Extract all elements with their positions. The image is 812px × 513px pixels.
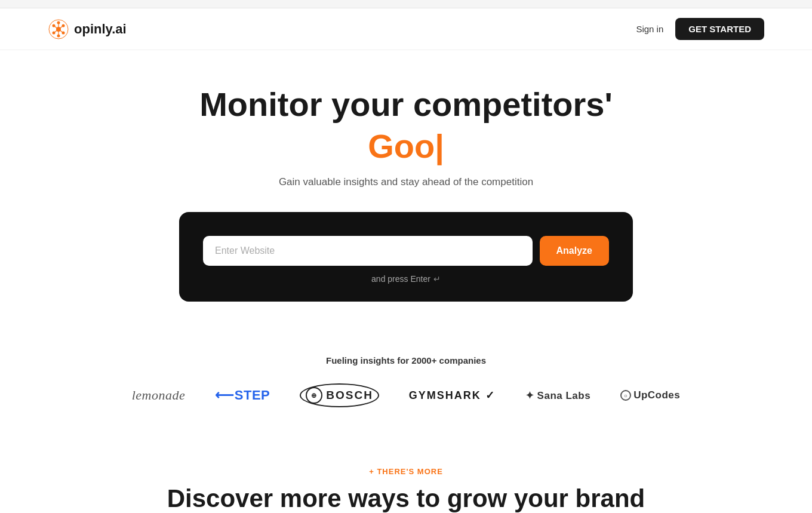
hero-subheadline: Gain valuable insights and stay ahead of…: [90, 176, 722, 188]
logo-text: opinly.ai: [74, 21, 127, 37]
hero-headline-line2: Goo|: [90, 128, 722, 165]
hero-headline-line1: Monitor your competitors': [90, 86, 722, 123]
enter-hint-text: and press Enter: [371, 274, 430, 284]
company-logo-sanalabs: ✦ Sana Labs: [525, 389, 590, 402]
company-logo-upcodes: ○ UpCodes: [620, 389, 680, 401]
top-bar: [0, 0, 812, 8]
discover-title: Discover more ways to grow your brand: [0, 484, 812, 513]
sign-in-button[interactable]: Sign in: [636, 24, 663, 34]
company-logo-step: ⟵STEP: [215, 388, 270, 403]
logo-icon: [48, 19, 69, 40]
main-content: Monitor your competitors' Goo| Gain valu…: [78, 50, 734, 355]
companies-section: Fueling insights for 2000+ companies lem…: [0, 355, 812, 431]
analyze-button[interactable]: Analyze: [540, 236, 609, 266]
website-input[interactable]: [203, 236, 533, 266]
companies-logos: lemonade ⟵STEP ⊕ BOSCH GYMSHARK ✓ ✦ Sana…: [48, 383, 764, 407]
companies-label: Fueling insights for 2000+ companies: [48, 355, 764, 365]
search-row: Analyze: [203, 236, 609, 266]
enter-icon: ↵: [433, 274, 441, 284]
more-label: + THERE'S MORE: [0, 467, 812, 476]
discover-section: + THERE'S MORE Discover more ways to gro…: [0, 455, 812, 513]
get-started-button[interactable]: GET STARTED: [675, 18, 764, 40]
nav-actions: Sign in GET STARTED: [636, 18, 764, 40]
company-logo-lemonade: lemonade: [132, 388, 186, 403]
logo[interactable]: opinly.ai: [48, 19, 127, 40]
company-logo-bosch: ⊕ BOSCH: [300, 383, 379, 407]
search-card: Analyze and press Enter ↵: [179, 212, 633, 302]
company-logo-gymshark: GYMSHARK ✓: [409, 389, 496, 402]
enter-hint: and press Enter ↵: [203, 274, 609, 284]
navbar: opinly.ai Sign in GET STARTED: [0, 8, 812, 50]
